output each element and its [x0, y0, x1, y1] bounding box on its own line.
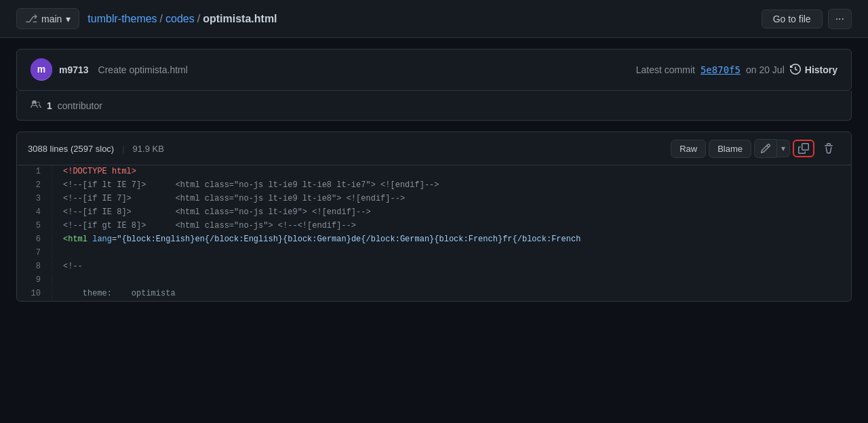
line-num-6: 6 [17, 233, 52, 245]
history-button[interactable]: History [790, 64, 837, 77]
top-bar-left: ⎇ main ▾ tumblr-themes / codes / optimis… [16, 8, 277, 29]
line-num-7: 7 [17, 247, 52, 259]
code-line: 8 <!-- [17, 260, 851, 274]
file-lines-info: 3088 lines (2597 sloc) (function(){ cons… [28, 144, 114, 154]
code-line: 10 theme: optimista [17, 287, 851, 301]
code-content: 1 <!DOCTYPE html> 2 <!--[if lt IE 7]> <h… [17, 165, 851, 301]
contributors-icon [31, 99, 41, 112]
code-line: 3 <!--[if IE 7]> <html class="no-js lt-i… [17, 193, 851, 206]
edit-button[interactable] [754, 139, 777, 158]
line-num-1: 1 [17, 165, 52, 178]
line-content-3: <!--[if IE 7]> <html class="no-js lt-ie9… [52, 193, 851, 205]
branch-icon: ⎇ [25, 12, 37, 25]
code-line: 4 <!--[if IE 8]> <html class="no-js lt-i… [17, 206, 851, 220]
line-content-10: theme: optimista [52, 287, 851, 300]
code-line: 1 <!DOCTYPE html> [17, 165, 851, 179]
file-view: 3088 lines (2597 sloc) (function(){ cons… [16, 132, 852, 302]
commit-message: Create optimista.html [98, 64, 188, 75]
file-lines: 3088 lines (2597 sloc) [28, 144, 114, 154]
go-to-file-button[interactable]: Go to file [762, 9, 823, 28]
line-content-7 [52, 247, 851, 249]
file-actions: Raw Blame ▾ [671, 139, 840, 158]
blame-button[interactable]: Blame [709, 140, 751, 158]
top-bar-right: Go to file ··· [762, 9, 852, 29]
history-label: History [805, 64, 837, 75]
avatar: m [31, 59, 52, 81]
latest-commit-text: Latest commit [636, 64, 695, 75]
line-num-8: 8 [17, 260, 52, 273]
line-num-5: 5 [17, 220, 52, 232]
commit-right: Latest commit 5e870f5 on 20 Jul History [636, 64, 837, 77]
line-content-1: <!DOCTYPE html> [52, 165, 851, 178]
contributor-count: 1 [47, 100, 52, 111]
commit-bar: m m9713 Create optimista.html Latest com… [16, 49, 852, 91]
code-line: 2 <!--[if lt IE 7]> <html class="no-js l… [17, 179, 851, 193]
line-content-8: <!-- [52, 260, 851, 273]
raw-button[interactable]: Raw [671, 140, 706, 158]
breadcrumb-current: optimista.html [203, 13, 277, 25]
breadcrumb: tumblr-themes / codes / optimista.html [87, 13, 277, 25]
line-num-9: 9 [17, 274, 52, 286]
commit-author[interactable]: m9713 [59, 64, 89, 75]
line-num-3: 3 [17, 193, 52, 205]
line-content-6: <html lang="{block:English}en{/block:Eng… [52, 233, 851, 245]
breadcrumb-sep-1: / [160, 13, 163, 25]
line-content-5: <!--[if gt IE 8]> <html class="no-js"> <… [52, 220, 851, 232]
breadcrumb-codes[interactable]: codes [165, 13, 195, 25]
line-content-2: <!--[if lt IE 7]> <html class="no-js lt-… [52, 179, 851, 191]
line-num-10: 10 [17, 287, 52, 300]
commit-date: on 20 Jul [746, 64, 785, 75]
commit-hash[interactable]: 5e870f5 [701, 64, 741, 75]
contributor-label: contributor [58, 100, 102, 111]
commit-left: m m9713 Create optimista.html [31, 59, 188, 81]
branch-selector[interactable]: ⎇ main ▾ [16, 8, 79, 29]
file-meta-separator: | [122, 144, 124, 154]
code-line: 5 <!--[if gt IE 8]> <html class="no-js">… [17, 220, 851, 233]
code-line: 7 [17, 247, 851, 260]
file-header: 3088 lines (2597 sloc) (function(){ cons… [17, 132, 851, 165]
copy-button[interactable] [793, 140, 814, 157]
code-line: 9 [17, 274, 851, 287]
line-content-4: <!--[if IE 8]> <html class="no-js lt-ie9… [52, 206, 851, 218]
breadcrumb-sep-2: / [197, 13, 200, 25]
more-options-button[interactable]: ··· [828, 9, 852, 29]
code-line: 6 <html lang="{block:English}en{/block:E… [17, 233, 851, 247]
delete-button[interactable] [817, 139, 840, 158]
breadcrumb-tumblr-themes[interactable]: tumblr-themes [87, 13, 157, 25]
line-content-9 [52, 274, 851, 277]
history-icon [790, 64, 801, 77]
edit-dropdown-caret[interactable]: ▾ [777, 140, 790, 157]
svg-text:m: m [37, 64, 45, 75]
branch-name: main [41, 14, 62, 24]
file-size: 91.9 KB [133, 144, 164, 154]
edit-dropdown: ▾ [754, 139, 790, 158]
line-num-4: 4 [17, 206, 52, 218]
top-bar: ⎇ main ▾ tumblr-themes / codes / optimis… [0, 0, 868, 38]
contributors-bar: 1 contributor [16, 91, 852, 121]
file-meta: 3088 lines (2597 sloc) (function(){ cons… [28, 144, 164, 154]
avatar-img: m [31, 58, 52, 82]
line-num-2: 2 [17, 179, 52, 191]
branch-dropdown-arrow: ▾ [66, 14, 71, 24]
